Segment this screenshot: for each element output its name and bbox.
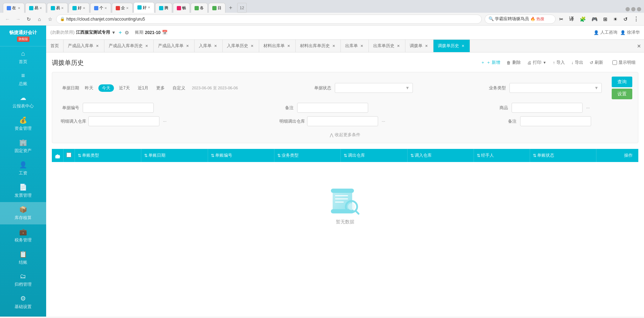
tab-close-3[interactable]: ✕ <box>61 6 64 10</box>
close-material-out-history[interactable]: ✕ <box>331 44 336 49</box>
settings-btn[interactable]: 设置 <box>612 89 632 99</box>
show-full-checkbox-area[interactable]: 显示明细 <box>610 58 638 67</box>
user-info[interactable]: 👤 徐泽华 <box>620 29 640 35</box>
close-stock-in[interactable]: ✕ <box>213 44 218 49</box>
col-header-warehouse-in[interactable]: ⇅ 调入仓库 <box>407 149 474 162</box>
sidebar-item-home[interactable]: ⌂ 首页 <box>0 46 46 68</box>
add-company-btn[interactable]: + <box>119 29 122 36</box>
close-stock-in-history[interactable]: ✕ <box>250 44 255 49</box>
refresh-btn[interactable]: ↺ 刷新 <box>587 58 606 67</box>
close-material-out[interactable]: ✕ <box>286 44 291 49</box>
browser-tab-4[interactable]: 好 ✕ <box>69 3 89 13</box>
import-btn[interactable]: ↑ 导入 <box>550 58 568 67</box>
col-header-number[interactable]: ⇅ 单账编号 <box>208 149 274 162</box>
browser-tab-7-active[interactable]: 好 ✕ <box>133 2 154 13</box>
scissors-icon[interactable]: ✂ <box>557 16 566 22</box>
minimize-btn[interactable] <box>626 7 630 11</box>
remark-input[interactable] <box>297 103 368 113</box>
browser-tab-10[interactable]: 各 <box>191 3 208 13</box>
sidebar-item-archive[interactable]: 🗂 归档管理 <box>0 269 46 291</box>
sidebar-item-invoice[interactable]: 📄 发票管理 <box>0 180 46 202</box>
date-btn-custom[interactable]: 自定义 <box>170 84 188 92</box>
page-tab-finished-goods-in2[interactable]: 产成品入库单 ✕ <box>154 40 195 52</box>
maximize-btn[interactable] <box>631 7 635 11</box>
page-tab-stock-out-history[interactable]: 出库单历史 ✕ <box>369 40 405 52</box>
date-btn-7days[interactable]: 近7天 <box>116 84 133 92</box>
close-finished-goods-in2[interactable]: ✕ <box>185 44 190 49</box>
goods-more-btn[interactable]: ··· <box>585 105 591 110</box>
business-type-select[interactable]: ▼ <box>509 83 602 93</box>
bookmark-btn[interactable]: ☆ <box>45 15 55 24</box>
select-all-checkbox[interactable] <box>66 152 71 157</box>
sidebar-item-inventory[interactable]: 📦 库存核算 <box>0 202 46 224</box>
table-checkbox-header[interactable] <box>64 149 75 162</box>
page-tab-home[interactable]: 首页 <box>46 40 64 52</box>
export-btn[interactable]: ↓ 导出 <box>568 58 586 67</box>
page-tab-finished-goods-in[interactable]: 产成品入库单 ✕ <box>64 40 104 52</box>
extension-icon[interactable]: 🧩 <box>578 16 588 22</box>
page-tab-finished-goods-history[interactable]: 产成品入库单历史 ✕ <box>104 40 154 52</box>
doc-no-input[interactable] <box>83 103 154 113</box>
browser-tab-9[interactable]: 畅 <box>173 3 190 13</box>
brightness-icon[interactable]: ☀ <box>611 16 620 22</box>
browser-tab-1[interactable]: 在 ✕ <box>3 3 24 13</box>
col-header-type[interactable]: ⇅ 单账类型 <box>75 149 141 162</box>
query-btn[interactable]: 查询 <box>612 77 632 87</box>
col-header-handler[interactable]: ⇅ 经手人 <box>474 149 530 162</box>
page-tab-stock-in[interactable]: 入库单 ✕ <box>195 40 223 52</box>
date-btn-more[interactable]: 更多 <box>153 84 168 92</box>
warehouse-in-more-btn[interactable]: ··· <box>162 119 168 124</box>
col-header-business-type[interactable]: ⇅ 业务类型 <box>274 149 340 162</box>
page-tab-transfer[interactable]: 调拨单 ✕ <box>405 40 433 52</box>
settings-gear-btn[interactable]: ⚙ <box>125 30 129 35</box>
close-browser-btn[interactable] <box>637 7 641 11</box>
sidebar-item-cloud-report[interactable]: ☁ 云报表中心 <box>0 90 46 113</box>
game-icon[interactable]: 🎮 <box>589 16 600 22</box>
warehouse-out-more-btn[interactable]: ··· <box>380 119 387 124</box>
sidebar-item-fixed-assets[interactable]: 🏢 固定资产 <box>0 135 46 157</box>
calendar-icon[interactable]: 📅 <box>162 30 168 35</box>
history-icon[interactable]: ↺ <box>621 16 630 22</box>
tab-close-6[interactable]: ✕ <box>126 6 129 10</box>
page-tab-material-out[interactable]: 材料出库单 ✕ <box>259 40 296 52</box>
col-header-status[interactable]: ⇅ 单账状态 <box>530 149 596 162</box>
page-tab-material-out-history[interactable]: 材料出库单历史 ✕ <box>296 40 341 52</box>
new-btn[interactable]: ＋ ＋ 新增 <box>478 58 503 67</box>
browser-tab-8[interactable]: 腾 <box>155 3 172 13</box>
close-finished-goods-in[interactable]: ✕ <box>95 44 100 49</box>
forward-btn[interactable]: → <box>13 15 23 24</box>
goods-input[interactable] <box>512 103 583 113</box>
browser-tab-11[interactable]: 目 <box>208 3 225 13</box>
close-finished-goods-history[interactable]: ✕ <box>144 44 149 49</box>
warehouse-in-input[interactable] <box>88 116 159 126</box>
close-transfer-history[interactable]: ✕ <box>460 44 465 49</box>
new-tab-button[interactable]: + <box>226 3 235 13</box>
tab-close-5[interactable]: ✕ <box>104 6 107 10</box>
close-stock-out[interactable]: ✕ <box>359 44 364 49</box>
back-btn[interactable]: ← <box>3 15 12 24</box>
service-btn[interactable]: 👤 人工咨询 <box>594 29 617 35</box>
warehouse-out-input[interactable] <box>307 116 378 126</box>
menu-icon[interactable]: ⋮ <box>631 16 641 22</box>
browser-tab-5[interactable]: 个 ✕ <box>90 3 111 13</box>
table-gear-header[interactable] <box>52 149 64 162</box>
delete-btn[interactable]: 🗑 删除 <box>504 58 524 67</box>
remark2-input[interactable] <box>520 116 591 126</box>
collapse-btn[interactable]: ⋀ 收起更多条件 <box>330 132 360 138</box>
date-btn-today[interactable]: 今天 <box>98 84 114 92</box>
sidebar-item-tax[interactable]: 💼 税务管理 <box>0 224 46 247</box>
browser-tab-3[interactable]: 易 ✕ <box>47 3 68 13</box>
sidebar-item-ledger[interactable]: ≡ 总账 <box>0 68 46 90</box>
print-dropdown-icon[interactable]: ▼ <box>543 61 546 65</box>
page-tab-transfer-history[interactable]: 调拨单历史 ✕ <box>433 40 470 52</box>
tab-close-2[interactable]: ✕ <box>39 6 42 10</box>
close-panel-btn[interactable]: ✕ <box>634 43 644 49</box>
tab-close-7[interactable]: ✕ <box>148 6 151 9</box>
home-btn[interactable]: ⌂ <box>35 15 44 24</box>
col-header-warehouse-out[interactable]: ⇅ 调出仓库 <box>341 149 407 162</box>
browser-tab-2[interactable]: 易 ✕ <box>25 3 46 13</box>
reload-btn[interactable]: ↻ <box>24 15 33 24</box>
date-btn-yesterday[interactable]: 昨天 <box>82 84 96 92</box>
sidebar-item-close-account[interactable]: 📋 结账 <box>0 247 46 269</box>
grid-icon[interactable]: ⊞ <box>601 16 610 22</box>
